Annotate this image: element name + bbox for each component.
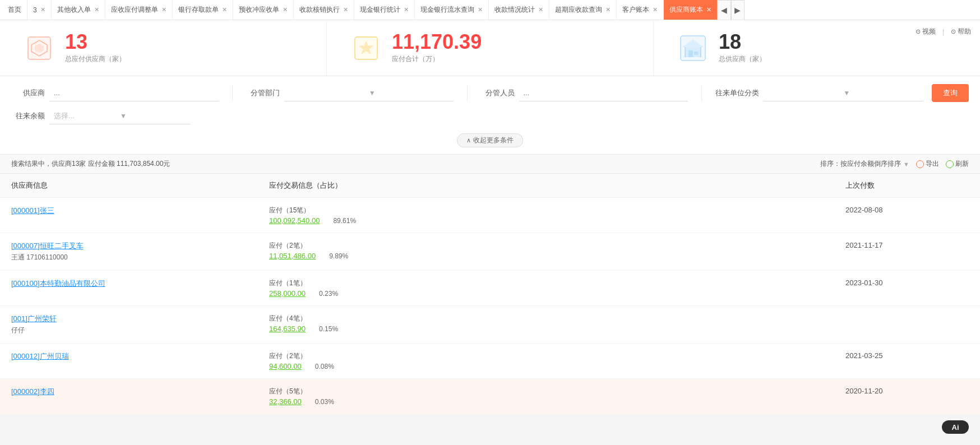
table-row: [000007]恒旺二手叉车 王通 17106110000 应付（2笔） 11,… — [0, 233, 980, 271]
close-icon[interactable]: ✕ — [222, 6, 227, 13]
total-payable-number: 11,170.39 — [392, 32, 482, 52]
sort-selector[interactable]: 排序：按应付余额倒序排序 ▼ — [820, 159, 909, 169]
stats-bar: 13 总应付供应商（家） 11,170.39 应付合计（万） — [0, 20, 980, 76]
balance-select[interactable]: 选择... ▼ — [49, 108, 191, 124]
nav-tab-adjustment[interactable]: 应收应付调整单 ✕ — [105, 0, 173, 20]
supplier-link-000100[interactable]: [000100]本特勤油品有限公司 — [11, 279, 105, 288]
query-button[interactable]: 查询 — [932, 84, 969, 102]
filter-row-1: 供应商 分管部门 ▼ 分管人员 往来单位分类 ▼ 查询 — [11, 84, 969, 102]
table-row: [000001]张三 应付（15笔） 100,092,540.00 89.61%… — [0, 198, 980, 233]
col-header-transaction: 应付交易信息（占比） — [269, 180, 845, 191]
last-pay-date: 2022-08-08 — [845, 203, 883, 214]
nav-tab-overdue[interactable]: 超期应收款查询 ✕ — [549, 0, 617, 20]
divider — [467, 85, 468, 101]
last-pay-date: 2023-01-30 — [845, 276, 883, 287]
trans-percent: 0.03% — [315, 398, 334, 406]
trans-label: 应付（4笔） — [269, 314, 845, 323]
filter-dept: 分管部门 ▼ — [246, 85, 454, 101]
table-row: [000002]李四 应付（5笔） 32,366.00 0.03% 2020-1… — [0, 379, 980, 414]
col-header-supplier: 供应商信息 — [11, 180, 269, 191]
close-icon[interactable]: ✕ — [283, 6, 288, 13]
supplier-link-000007[interactable]: [000007]恒旺二手叉车 — [11, 242, 84, 250]
supplier-sub: 仔仔 — [11, 326, 269, 335]
nav-tab-cash-flow[interactable]: 现金银行流水查询 ✕ — [415, 0, 489, 20]
nav-tab-customer-ledger[interactable]: 客户账本 ✕ — [617, 0, 664, 20]
supplier-link-000012[interactable]: [000012]广州贝瑞 — [11, 352, 69, 360]
top-nav: 首页 3 ✕ 其他收入单 ✕ 应收应付调整单 ✕ 银行存取款单 ✕ 预收冲应收单… — [0, 0, 980, 20]
export-button[interactable]: 导出 — [916, 159, 939, 169]
nav-tab-bank[interactable]: 银行存取款单 ✕ — [173, 0, 233, 20]
trans-amount[interactable]: 100,092,540.00 — [269, 216, 320, 225]
close-icon[interactable]: ✕ — [94, 6, 99, 13]
last-pay-date: 2021-03-25 — [845, 349, 883, 360]
nav-tab-prepay[interactable]: 预收冲应收单 ✕ — [233, 0, 294, 20]
nav-prev-arrow[interactable]: ◀ — [718, 0, 731, 20]
export-icon — [916, 160, 924, 168]
diamond-icon — [22, 31, 56, 65]
nav-tab-collection[interactable]: 收款核销执行 ✕ — [294, 0, 354, 20]
close-icon[interactable]: ✕ — [40, 6, 45, 13]
trans-percent: 9.89% — [329, 252, 348, 260]
filter-row-2: 往来余额 选择... ▼ — [11, 108, 969, 124]
filter-balance: 往来余额 选择... ▼ — [11, 108, 191, 124]
supplier-sub: 王通 17106110000 — [11, 253, 269, 262]
close-icon[interactable]: ✕ — [653, 6, 658, 13]
trans-amount[interactable]: 164,635.90 — [269, 325, 306, 333]
chevron-down-icon: ▼ — [120, 112, 186, 120]
person-label: 分管人员 — [481, 88, 515, 98]
nav-tab-home[interactable]: 首页 — [2, 0, 27, 20]
data-table: 供应商信息 应付交易信息（占比） 上次付数 [000001]张三 应付（15笔）… — [0, 174, 980, 414]
video-link[interactable]: ⊙ 视频 — [916, 27, 936, 36]
refresh-button[interactable]: 刷新 — [946, 159, 969, 169]
dept-select[interactable]: ▼ — [284, 85, 454, 101]
trans-percent: 89.61% — [333, 217, 356, 225]
last-pay-date: 2021-11-17 — [845, 239, 883, 249]
close-icon[interactable]: ✕ — [706, 6, 711, 13]
close-icon[interactable]: ✕ — [161, 6, 167, 13]
result-bar: 搜索结果中，供应商13家 应付金额 111,703,854.00元 排序：按应付… — [0, 155, 980, 174]
total-payable-label: 应付合计（万） — [392, 54, 482, 64]
table-row: [000100]本特勤油品有限公司 应付（1笔） 258,000.00 0.23… — [0, 271, 980, 306]
stat-payable-suppliers: 13 总应付供应商（家） — [0, 20, 327, 76]
supplier-input[interactable] — [49, 85, 219, 101]
close-icon[interactable]: ✕ — [538, 6, 543, 13]
nav-next-arrow[interactable]: ▶ — [731, 0, 745, 20]
trans-label: 应付（1笔） — [269, 279, 845, 288]
nav-tab-receipt-stats[interactable]: 收款情况统计 ✕ — [489, 0, 549, 20]
filter-category: 往来单位分类 ▼ — [715, 85, 923, 101]
supplier-link-000001[interactable]: [000001]张三 — [11, 206, 54, 215]
collapse-bar: ∧ 收起更多条件 — [11, 130, 969, 149]
stat-total-payable: 11,170.39 应付合计（万） — [327, 20, 654, 76]
table-row: [000012]广州贝瑞 应付（2笔） 94,600.00 0.08% 2021… — [0, 344, 980, 379]
payable-suppliers-number: 13 — [65, 32, 126, 52]
trans-amount[interactable]: 32,366.00 — [269, 397, 302, 406]
trans-amount[interactable]: 94,600.00 — [269, 362, 302, 370]
result-summary: 搜索结果中，供应商13家 应付金额 111,703,854.00元 — [11, 159, 170, 169]
filter-area: 供应商 分管部门 ▼ 分管人员 往来单位分类 ▼ 查询 — [0, 76, 980, 155]
col-header-lastpay: 上次付数 — [845, 180, 969, 191]
trans-amount[interactable]: 258,000.00 — [269, 289, 306, 298]
category-label: 往来单位分类 — [715, 88, 759, 98]
supplier-link-000002[interactable]: [000002]李四 — [11, 387, 54, 396]
nav-tab-other-income[interactable]: 其他收入单 ✕ — [52, 0, 105, 20]
close-icon[interactable]: ✕ — [605, 6, 611, 13]
ai-badge[interactable]: Ai — [942, 420, 969, 434]
chevron-down-icon: ▼ — [903, 161, 909, 168]
collapse-button[interactable]: ∧ 收起更多条件 — [457, 133, 523, 147]
person-input[interactable] — [519, 85, 688, 101]
nav-tab-3[interactable]: 3 ✕ — [27, 0, 52, 20]
payable-suppliers-label: 总应付供应商（家） — [65, 54, 126, 64]
nav-tab-supplier-ledger[interactable]: 供应商账本 ✕ — [664, 0, 718, 20]
nav-tab-cash-bank-stats[interactable]: 现金银行统计 ✕ — [354, 0, 415, 20]
table-header-row: 供应商信息 应付交易信息（占比） 上次付数 — [0, 174, 980, 198]
last-pay-date: 2020-11-20 — [845, 384, 883, 395]
balance-label: 往来余额 — [11, 111, 45, 121]
close-icon[interactable]: ✕ — [478, 6, 483, 13]
category-select[interactable]: ▼ — [764, 85, 923, 101]
trans-label: 应付（2笔） — [269, 351, 845, 361]
close-icon[interactable]: ✕ — [404, 6, 409, 13]
trans-amount[interactable]: 11,051,486.00 — [269, 252, 316, 260]
help-link[interactable]: ⊙ 帮助 — [951, 27, 971, 36]
supplier-link-001[interactable]: [001]广州荣轩 — [11, 314, 57, 323]
close-icon[interactable]: ✕ — [343, 6, 348, 13]
